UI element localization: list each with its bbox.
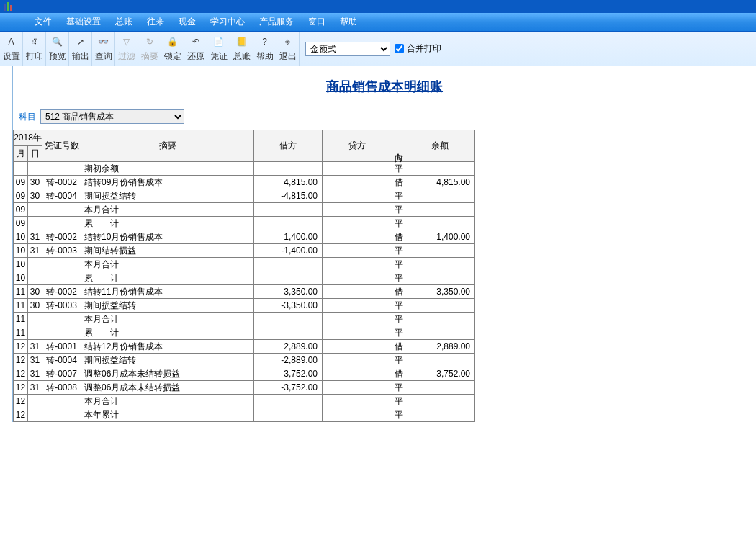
table-row[interactable]: 0930转-0004期间损益结转-4,815.00平 xyxy=(14,189,475,203)
preview-button[interactable]: 🔍预览 xyxy=(46,32,69,66)
cell-credit xyxy=(323,217,392,230)
filter-label: 过滤 xyxy=(118,50,135,63)
cell-d: 30 xyxy=(28,285,42,299)
cell-vno: 转-0001 xyxy=(42,340,81,354)
table-row[interactable]: 1130转-0002结转11月份销售成本3,350.00借3,350.00 xyxy=(14,285,475,299)
cell-dir: 平 xyxy=(392,244,405,258)
hdr-direction: 方向 xyxy=(392,130,405,162)
preview-icon: 🔍 xyxy=(52,35,63,49)
cell-bal: 3,350.00 xyxy=(405,285,475,299)
cell-sum: 累 计 xyxy=(81,272,254,285)
cell-m: 10 xyxy=(14,244,28,258)
menu-1[interactable]: 基础设置 xyxy=(60,13,107,31)
cell-sum: 结转09月份销售成本 xyxy=(81,176,254,189)
cell-dir: 平 xyxy=(392,395,405,408)
cell-bal xyxy=(405,217,475,230)
table-row[interactable]: 11累 计平 xyxy=(14,326,475,340)
voucher-button[interactable]: 📄凭证 xyxy=(207,32,230,66)
cell-dir: 平 xyxy=(392,381,405,395)
table-row[interactable]: 11本月合计平 xyxy=(14,313,475,326)
cell-dir: 借 xyxy=(392,176,405,189)
table-row[interactable]: 0930转-0002结转09月份销售成本4,815.00借4,815.00 xyxy=(14,176,475,189)
table-row[interactable]: 1231转-0004期间损益结转-2,889.00平 xyxy=(14,354,475,367)
cell-credit xyxy=(323,189,392,203)
cell-sum: 结转11月份销售成本 xyxy=(81,285,254,299)
restore-button[interactable]: ↶还原 xyxy=(184,32,207,66)
merge-print-checkbox[interactable]: 合并打印 xyxy=(395,42,441,55)
table-row[interactable]: 1031转-0002结转10月份销售成本1,400.00借1,400.00 xyxy=(14,230,475,244)
menu-0[interactable]: 文件 xyxy=(29,13,58,31)
cell-d xyxy=(28,326,42,340)
cell-debit xyxy=(254,408,323,422)
menu-3[interactable]: 往来 xyxy=(141,13,170,31)
cell-credit xyxy=(323,340,392,354)
print-button[interactable]: 🖨打印 xyxy=(23,32,46,66)
lock-label: 锁定 xyxy=(164,50,181,63)
cell-dir: 平 xyxy=(392,203,405,217)
cell-dir: 借 xyxy=(392,340,405,354)
cell-sum: 结转12月份销售成本 xyxy=(81,340,254,354)
table-row[interactable]: 1231转-0008调整06月成本未结转损益-3,752.00平 xyxy=(14,381,475,395)
cell-d xyxy=(28,162,42,176)
menu-5[interactable]: 学习中心 xyxy=(204,13,251,31)
table-row[interactable]: 1031转-0003期间结转损益-1,400.00平 xyxy=(14,244,475,258)
cell-d xyxy=(28,272,42,285)
cell-m: 10 xyxy=(14,230,28,244)
table-row[interactable]: 10本月合计平 xyxy=(14,258,475,272)
query-icon: 👓 xyxy=(98,35,109,49)
cell-debit xyxy=(254,395,323,408)
format-select[interactable]: 金额式 xyxy=(305,42,390,56)
help-button[interactable]: ?帮助 xyxy=(253,32,276,66)
exit-button[interactable]: ⎆退出 xyxy=(276,32,300,66)
ledger-button[interactable]: 📒总账 xyxy=(230,32,253,66)
table-row[interactable]: 10累 计平 xyxy=(14,272,475,285)
export-button[interactable]: ↗输出 xyxy=(69,32,92,66)
cell-dir: 平 xyxy=(392,313,405,326)
cell-m: 10 xyxy=(14,258,28,272)
cell-vno xyxy=(42,217,81,230)
cell-bal: 4,815.00 xyxy=(405,176,475,189)
menu-6[interactable]: 产品服务 xyxy=(253,13,300,31)
table-row[interactable]: 09累 计平 xyxy=(14,217,475,230)
cell-vno xyxy=(42,313,81,326)
subject-row: 科目 512 商品销售成本 xyxy=(13,109,756,130)
table-row[interactable]: 1130转-0003期间损益结转-3,350.00平 xyxy=(14,299,475,313)
cell-debit xyxy=(254,326,323,340)
menu-4[interactable]: 现金 xyxy=(173,13,202,31)
table-row[interactable]: 09本月合计平 xyxy=(14,203,475,217)
table-row[interactable]: 12本年累计平 xyxy=(14,408,475,422)
content-area: 商品销售成本明细账 科目 512 商品销售成本 2018年 凭证号数 摘要 借方… xyxy=(12,66,756,422)
cell-d: 31 xyxy=(28,381,42,395)
cell-d: 31 xyxy=(28,354,42,367)
settings-button[interactable]: A设置 xyxy=(0,32,23,66)
cell-credit xyxy=(323,258,392,272)
cell-debit: 2,889.00 xyxy=(254,340,323,354)
summary-icon: ↻ xyxy=(146,35,153,49)
lock-button[interactable]: 🔒锁定 xyxy=(161,32,184,66)
ledger-label: 总账 xyxy=(233,50,251,63)
table-row[interactable]: 1231转-0007调整06月成本未结转损益3,752.00借3,752.00 xyxy=(14,367,475,381)
cell-dir: 平 xyxy=(392,217,405,230)
ledger-grid: 2018年 凭证号数 摘要 借方 贷方 方向 余额 月 日 期初余额平0930转… xyxy=(13,130,475,422)
cell-sum: 期间损益结转 xyxy=(81,299,254,313)
cell-vno xyxy=(42,326,81,340)
cell-m: 09 xyxy=(14,203,28,217)
cell-dir: 平 xyxy=(392,354,405,367)
menu-8[interactable]: 帮助 xyxy=(334,13,363,31)
exit-icon: ⎆ xyxy=(285,35,290,49)
menu-7[interactable]: 窗口 xyxy=(302,13,331,31)
query-button[interactable]: 👓查询 xyxy=(92,32,115,66)
cell-bal xyxy=(405,189,475,203)
menu-2[interactable]: 总账 xyxy=(109,13,138,31)
filter-icon: ▽ xyxy=(123,35,130,49)
table-row[interactable]: 1231转-0001结转12月份销售成本2,889.00借2,889.00 xyxy=(14,340,475,354)
settings-icon: A xyxy=(8,35,14,49)
svg-rect-0 xyxy=(4,4,6,11)
hdr-summary: 摘要 xyxy=(81,130,254,162)
subject-select[interactable]: 512 商品销售成本 xyxy=(40,109,184,124)
cell-credit xyxy=(323,244,392,258)
table-row[interactable]: 期初余额平 xyxy=(14,162,475,176)
table-row[interactable]: 12本月合计平 xyxy=(14,395,475,408)
titlebar xyxy=(0,0,756,13)
cell-vno: 转-0007 xyxy=(42,367,81,381)
